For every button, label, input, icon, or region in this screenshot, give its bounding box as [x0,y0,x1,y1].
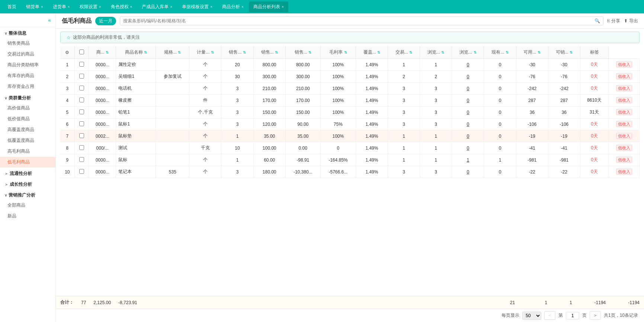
row-browse1[interactable]: 0 [452,59,484,71]
nav-permissions[interactable]: 权限设置 × [75,1,106,12]
sidebar-item-high-value[interactable]: 高价值商品 [0,103,55,114]
col-name[interactable]: 商品名称 ⇅ [116,46,156,59]
nav-purchase-order[interactable]: 进货单 × [48,1,74,12]
col-coverage[interactable]: 覆盖... ⇅ [356,46,388,59]
row-browse1[interactable]: 0 [452,130,484,142]
sidebar-collapse-btn[interactable]: « [47,16,52,25]
row-checkbox[interactable] [74,130,89,142]
next-page-btn[interactable]: ＞ [590,311,601,320]
sidebar-item-sales-products[interactable]: 销售类商品 [0,38,55,49]
row-browse1[interactable]: 0 [452,71,484,83]
row-checkbox[interactable] [74,106,89,118]
row-select-checkbox[interactable] [79,74,84,79]
row-select-checkbox[interactable] [79,121,84,126]
row-checkbox[interactable] [74,95,89,106]
row-browse1[interactable]: 0 [452,95,484,106]
nav-role-auth[interactable]: 角色授权 × [106,1,137,12]
col-sale-qty[interactable]: 销售... ⇅ [221,46,253,59]
nav-close-icon[interactable]: × [282,5,284,9]
col-code[interactable]: 商... ⇅ [89,46,116,59]
share-btn[interactable]: ⎘ 分享 [607,18,620,24]
nav-product-analysis-list[interactable]: 商品分析列表 × [249,1,288,12]
nav-close-icon[interactable]: × [241,5,244,9]
row-browse1[interactable]: 0 [452,106,484,118]
row-checkbox[interactable] [74,118,89,130]
sidebar-item-low-value[interactable]: 低价值商品 [0,114,55,124]
sidebar-item-all-products[interactable]: 全部商品 [0,200,55,211]
col-settings[interactable]: ⚙ [60,46,74,59]
sidebar-group-growth[interactable]: ＞ 成长性分析 [0,178,55,189]
sidebar-item-low-margin[interactable]: 低毛利商品 [0,157,55,168]
nav-home[interactable]: 首页 [3,1,21,12]
sidebar-group-flow[interactable]: ＞ 流通性分析 [0,168,55,178]
sidebar-item-in-stock[interactable]: 有库存的商品 [0,70,55,81]
sidebar-item-high-margin[interactable]: 高毛利商品 [0,146,55,157]
select-all-checkbox[interactable] [79,50,84,54]
row-checkbox[interactable] [74,142,89,154]
row-checkbox[interactable] [74,154,89,166]
prev-page-btn[interactable]: ＜ [544,311,555,320]
row-select-checkbox[interactable] [79,109,84,114]
col-current[interactable]: 现有... ⇅ [484,46,516,59]
col-available[interactable]: 可用... ⇅ [516,46,548,59]
nav-close-icon[interactable]: × [170,5,172,9]
col-browse1[interactable]: 浏览... ⇅ [420,46,452,59]
col-sale-amt2[interactable]: 销售... ⇅ [285,46,320,59]
filter-recent-month-btn[interactable]: 近一月 [95,17,116,25]
row-browse1[interactable]: 0 [452,142,484,154]
nav-close-icon[interactable]: × [99,5,101,9]
nav-close-icon[interactable]: × [130,5,132,9]
row-browse1[interactable]: 0 [452,118,484,130]
sidebar-item-traded-products[interactable]: 交易过的商品 [0,49,55,60]
nav-product-analysis[interactable]: 商品分析 × [218,1,248,12]
sidebar-item-category-rate[interactable]: 商品分类助销率 [0,60,55,70]
col-unit[interactable]: 计量... ⇅ [189,46,221,59]
sidebar-item-new-products[interactable]: 新品 [0,211,55,221]
search-icon[interactable]: 🔍 [595,18,600,23]
row-select-checkbox[interactable] [79,133,84,138]
col-saleable[interactable]: 可销... ⇅ [548,46,580,59]
sidebar-group-overall[interactable]: ∨ 整体信息 [0,27,55,38]
nav-close-icon[interactable]: × [68,5,70,9]
row-browse1[interactable]: 0 [452,166,484,178]
sidebar-item-low-coverage[interactable]: 低覆盖度商品 [0,135,55,146]
row-checkbox[interactable] [74,71,89,83]
row-browse1[interactable]: 0 [452,83,484,95]
row-select-checkbox[interactable] [79,86,84,90]
row-transaction: 1 [420,154,452,166]
page-size-select[interactable]: 20 50 100 [522,312,541,320]
row-no: 6 [60,118,74,130]
nav-close-icon[interactable]: × [210,5,212,9]
row-code: 0000... [89,71,116,83]
row-select-checkbox[interactable] [79,145,84,150]
nav-sales-order[interactable]: 销货单 × [22,1,48,12]
row-browse1[interactable]: 1 [452,154,484,166]
row-select-checkbox[interactable] [79,169,84,174]
row-unit: 个 [189,130,221,142]
row-sale-amt1: 800.00 [253,59,285,71]
col-gross-rate[interactable]: 毛利率 ⇅ [320,46,356,59]
col-transaction[interactable]: 交易... ⇅ [388,46,420,59]
row-checkbox[interactable] [74,166,89,178]
nav-product-entry[interactable]: 产成品入库单 × [137,1,177,12]
sidebar-group-marketing[interactable]: ∨ 营销推广分析 [0,189,55,200]
row-checkbox[interactable] [74,59,89,71]
sidebar-item-high-coverage[interactable]: 高覆盖度商品 [0,124,55,135]
col-browse2[interactable]: 浏览... ⇅ [452,46,484,59]
search-input[interactable] [123,18,592,23]
sidebar-group-cluster[interactable]: ∨ 类群量分析 [0,92,55,103]
col-checkbox[interactable] [74,46,89,59]
sidebar-item-capital-usage[interactable]: 库存资金占用 [0,81,55,92]
nav-template-settings[interactable]: 单据模板设置 × [177,1,217,12]
current-page-input[interactable] [566,312,579,319]
row-name: 鼠标 [116,154,156,166]
export-btn[interactable]: ⬆ 导出 [624,18,638,24]
row-select-checkbox[interactable] [79,157,84,162]
col-sale-amt1[interactable]: 销售... ⇅ [253,46,285,59]
row-select-checkbox[interactable] [79,98,84,102]
page-unit: 页 [582,312,587,319]
row-select-checkbox[interactable] [79,62,84,67]
nav-close-icon[interactable]: × [41,5,43,9]
col-spec[interactable]: 规格... ⇅ [156,46,189,59]
row-checkbox[interactable] [74,83,89,95]
